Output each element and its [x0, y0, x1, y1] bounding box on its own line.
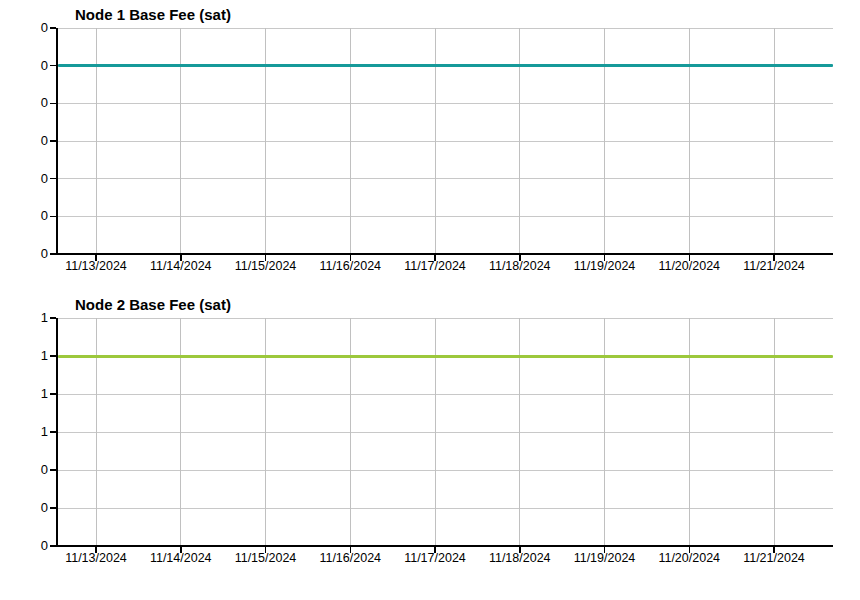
charts-page: Node 1 Base Fee (sat) 000000011/13/20241… [0, 0, 860, 600]
y-tick-mark [50, 317, 56, 319]
horizontal-gridline [58, 470, 833, 471]
y-tick-label: 1 [18, 348, 48, 364]
node-2-base-fee-chart: Node 2 Base Fee (sat) 111100011/13/20241… [0, 0, 860, 600]
x-tick-label: 11/19/2024 [560, 551, 650, 565]
y-tick-label: 1 [18, 310, 48, 326]
base-fee-series-line [58, 355, 833, 358]
y-tick-label: 0 [18, 538, 48, 554]
horizontal-gridline [58, 432, 833, 433]
vertical-gridline [774, 318, 775, 546]
y-tick-label: 1 [18, 424, 48, 440]
horizontal-gridline [58, 508, 833, 509]
x-tick-label: 11/13/2024 [51, 551, 141, 565]
x-tick-label: 11/14/2024 [136, 551, 226, 565]
horizontal-gridline [58, 318, 833, 319]
y-tick-mark [50, 507, 56, 509]
y-tick-label: 1 [18, 386, 48, 402]
vertical-gridline [265, 318, 266, 546]
vertical-gridline [435, 318, 436, 546]
y-tick-label: 0 [18, 500, 48, 516]
y-tick-mark [50, 545, 56, 547]
x-axis-line [56, 545, 833, 547]
vertical-gridline [96, 318, 97, 546]
y-tick-mark [50, 393, 56, 395]
x-tick-label: 11/20/2024 [644, 551, 734, 565]
x-tick-label: 11/15/2024 [221, 551, 311, 565]
y-axis-line [56, 318, 58, 547]
vertical-gridline [350, 318, 351, 546]
x-tick-label: 11/16/2024 [305, 551, 395, 565]
vertical-gridline [689, 318, 690, 546]
y-tick-label: 0 [18, 462, 48, 478]
y-tick-mark [50, 431, 56, 433]
y-tick-mark [50, 355, 56, 357]
x-tick-label: 11/18/2024 [475, 551, 565, 565]
y-tick-mark [50, 469, 56, 471]
vertical-gridline [180, 318, 181, 546]
x-tick-label: 11/17/2024 [390, 551, 480, 565]
vertical-gridline [604, 318, 605, 546]
vertical-gridline [519, 318, 520, 546]
horizontal-gridline [58, 394, 833, 395]
chart-title: Node 2 Base Fee (sat) [75, 296, 231, 313]
x-tick-label: 11/21/2024 [729, 551, 819, 565]
